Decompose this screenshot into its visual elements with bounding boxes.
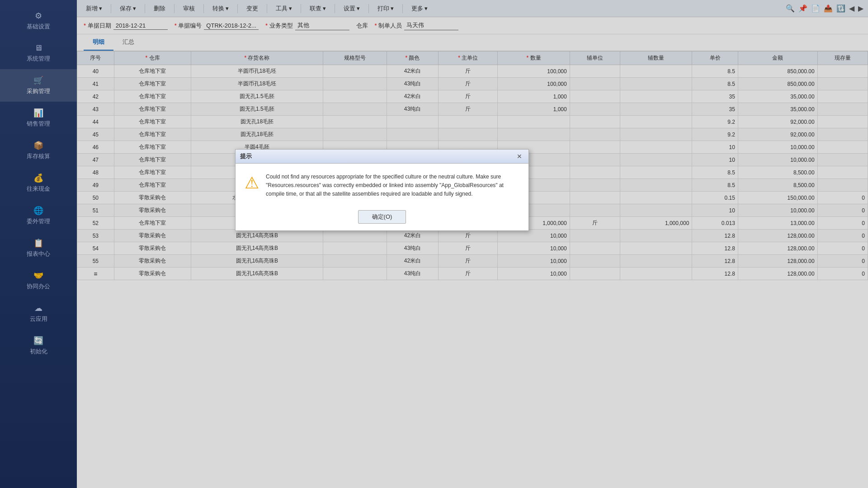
dialog-title-bar: 提示 ✕ [236, 150, 528, 164]
dialog-message: Could not find any resources appropriate… [266, 173, 519, 199]
dialog-confirm-button[interactable]: 确定(O) [358, 210, 406, 224]
dialog-body: ⚠ Could not find any resources appropria… [236, 164, 528, 206]
dialog-close-button[interactable]: ✕ [515, 153, 524, 160]
dialog-overlay: 提示 ✕ ⚠ Could not find any resources appr… [0, 0, 868, 488]
dialog: 提示 ✕ ⚠ Could not find any resources appr… [235, 149, 529, 231]
warning-icon: ⚠ [245, 174, 259, 192]
dialog-footer: 确定(O) [236, 206, 528, 230]
dialog-title: 提示 [240, 152, 252, 160]
